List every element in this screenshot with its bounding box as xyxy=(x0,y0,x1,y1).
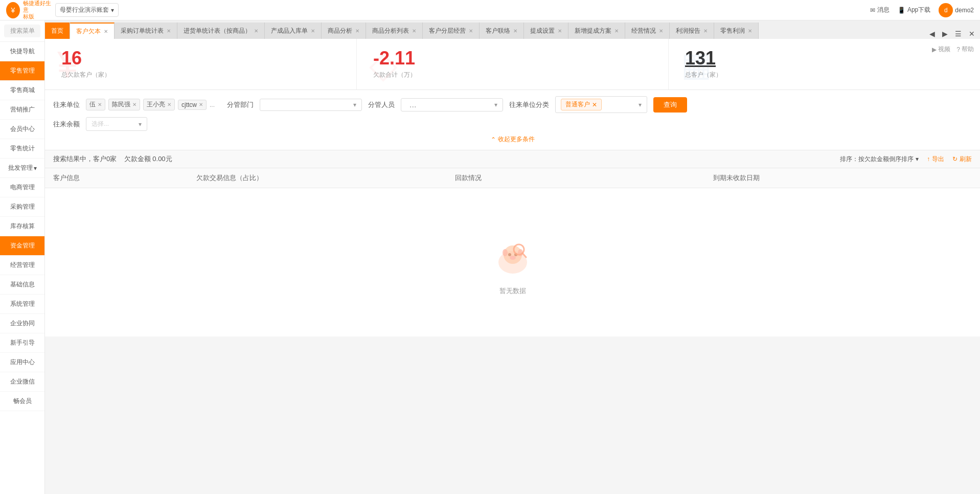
tab-customer-layer[interactable]: 客户分层经营 ✕ xyxy=(423,23,480,39)
filter-tag-3[interactable]: 王小亮 ✕ xyxy=(143,99,175,110)
sidebar-item-retail-stats[interactable]: 零售统计 xyxy=(0,139,44,159)
sidebar-item-inventory[interactable]: 库存核算 xyxy=(0,217,44,236)
tab-close-icon[interactable]: ✕ xyxy=(355,28,359,34)
collapse-button[interactable]: ⌃ 收起更多条件 xyxy=(53,135,972,144)
tab-product-instock[interactable]: 产成品入库单 ✕ xyxy=(265,23,322,39)
export-button[interactable]: ↑ 导出 xyxy=(927,155,944,164)
tab-close-icon[interactable]: ✕ xyxy=(104,29,108,34)
unit-class-select[interactable]: 普通客户 ✕ ▾ xyxy=(555,96,647,113)
sort-label: 排序：按欠款金额倒序排序 xyxy=(840,155,914,164)
svg-point-4 xyxy=(508,253,511,256)
sidebar-item-quick-nav[interactable]: 快捷导航 xyxy=(0,42,44,61)
workspace-selector[interactable]: 母婴行业演示账套 ▾ xyxy=(55,3,119,17)
tab-home[interactable]: 首页 xyxy=(45,23,70,39)
sidebar-item-purchase[interactable]: 采购管理 xyxy=(0,197,44,217)
remove-tag-2[interactable]: ✕ xyxy=(132,102,136,107)
search-menu-button[interactable]: 搜索菜单 xyxy=(4,25,40,37)
unit-tags: 伍 ✕ 陈民强 ✕ 王小亮 ✕ cjttcw ✕ xyxy=(86,99,215,110)
tab-customer-contact[interactable]: 客户联络 ✕ xyxy=(480,23,524,39)
tab-purchase-order[interactable]: 采购订单统计表 ✕ xyxy=(115,23,177,39)
tab-commission-set[interactable]: 提成设置 ✕ xyxy=(524,23,568,39)
tab-close-icon[interactable]: ✕ xyxy=(311,28,315,34)
question-icon: ? xyxy=(956,46,960,53)
sidebar-item-retail-mall[interactable]: 零售商城 xyxy=(0,81,44,100)
video-button[interactable]: ▶ 视频 xyxy=(932,45,950,54)
export-icon: ↑ xyxy=(927,155,930,163)
empty-label: 暂无数据 xyxy=(499,286,526,296)
sidebar-item-enterprise-collab[interactable]: 企业协同 xyxy=(0,314,44,333)
tab-add-commission[interactable]: 新增提成方案 ✕ xyxy=(568,23,625,39)
tab-close-icon[interactable]: ✕ xyxy=(558,28,562,34)
tab-close-icon[interactable]: ✕ xyxy=(513,28,517,34)
sidebar-item-app-center[interactable]: 应用中心 xyxy=(0,353,44,372)
main-layout: 搜索菜单 快捷导航 零售管理 零售商城 营销推广 会员中心 零售统计 批发管理 … xyxy=(0,20,980,494)
more-tags-button[interactable]: ... xyxy=(210,101,215,108)
message-button[interactable]: ✉ 消息 xyxy=(870,6,890,14)
play-icon: ▶ xyxy=(932,46,937,53)
filter-tag-2[interactable]: 陈民强 ✕ xyxy=(108,99,140,110)
tab-prev-button[interactable]: ◀ xyxy=(926,29,938,39)
message-icon: ✉ xyxy=(870,7,875,14)
tab-retail-profit[interactable]: 零售利润 ✕ xyxy=(714,23,759,39)
sidebar-item-member-plus[interactable]: 畅会员 xyxy=(0,392,44,411)
sidebar-item-marketing[interactable]: 营销推广 xyxy=(0,100,44,120)
sidebar-item-enterprise-wechat[interactable]: 企业微信 xyxy=(0,372,44,392)
tab-close-icon[interactable]: ✕ xyxy=(703,28,708,34)
sidebar-item-member[interactable]: 会员中心 xyxy=(0,120,44,139)
remove-tag-4[interactable]: ✕ xyxy=(199,102,203,107)
filter-area: 往来单位 伍 ✕ 陈民强 ✕ 王小亮 ✕ xyxy=(45,90,980,150)
chevron-down-icon: ▾ xyxy=(494,101,497,108)
chevron-down-icon: ▾ xyxy=(916,155,919,163)
app-download-button[interactable]: 📱 App下载 xyxy=(898,6,930,14)
tab-close-icon[interactable]: ✕ xyxy=(614,28,619,34)
tab-business[interactable]: 经营情况 ✕ xyxy=(625,23,670,39)
tab-profit[interactable]: 利润报告 ✕ xyxy=(670,23,714,39)
sidebar-item-system[interactable]: 系统管理 xyxy=(0,295,44,314)
tab-close-icon[interactable]: ✕ xyxy=(167,28,171,34)
tab-close-icon[interactable]: ✕ xyxy=(254,28,258,34)
arrow-icon: ▾ xyxy=(34,165,37,172)
balance-select[interactable]: 选择... ▾ xyxy=(86,117,147,131)
sidebar-item-retail[interactable]: 零售管理 xyxy=(0,61,44,81)
sidebar-item-basic-info[interactable]: 基础信息 xyxy=(0,275,44,295)
tab-next-button[interactable]: ▶ xyxy=(939,29,951,39)
tab-more-button[interactable]: ☰ xyxy=(952,29,965,39)
remove-tag-3[interactable]: ✕ xyxy=(167,102,171,107)
tab-purchase-stat[interactable]: 进货单统计表（按商品） ✕ xyxy=(177,23,265,39)
dept-select[interactable]: ▾ xyxy=(260,99,362,111)
person-select[interactable]: ... ▾ xyxy=(401,98,503,111)
avatar: d xyxy=(939,3,953,17)
help-button[interactable]: ? 帮助 xyxy=(956,45,974,54)
tab-close-icon[interactable]: ✕ xyxy=(748,28,752,34)
tab-goods-analysis[interactable]: 商品分析 ✕ xyxy=(322,23,366,39)
tab-close-all-button[interactable]: ✕ xyxy=(966,29,978,39)
tab-customer-debt[interactable]: 客户欠本 ✕ xyxy=(70,23,115,39)
tab-close-icon[interactable]: ✕ xyxy=(412,28,416,34)
sidebar-item-wholesale[interactable]: 批发管理 ▾ xyxy=(0,159,44,178)
filter-tag-4[interactable]: cjttcw ✕ xyxy=(178,100,207,110)
filter-row-1: 往来单位 伍 ✕ 陈民强 ✕ 王小亮 ✕ xyxy=(53,96,972,113)
sidebar-item-new-guide[interactable]: 新手引导 xyxy=(0,333,44,353)
col-header-repay: 回款情况 xyxy=(455,173,714,183)
tab-close-icon[interactable]: ✕ xyxy=(469,28,473,34)
col-header-date: 到期未收款日期 xyxy=(713,173,972,183)
results-actions: 排序：按欠款金额倒序排序 ▾ ↑ 导出 ↻ 刷新 xyxy=(840,155,972,164)
refresh-button[interactable]: ↻ 刷新 xyxy=(952,155,972,164)
sort-select[interactable]: 排序：按欠款金额倒序排序 ▾ xyxy=(840,155,919,164)
stat-debt-amount: ◇ -2.11 欠款合计（万） xyxy=(357,39,669,89)
tab-goods-list[interactable]: 商品分析列表 ✕ xyxy=(366,23,423,39)
remove-class-tag[interactable]: ✕ xyxy=(592,101,597,108)
stats-row: ¥ 16 总欠款客户（家） ◇ -2.11 欠款合计（万） ▦ 131 总客户（… xyxy=(45,39,980,90)
remove-tag-1[interactable]: ✕ xyxy=(98,102,102,107)
chevron-down-icon: ▾ xyxy=(139,121,142,128)
stat-total-debtors: ¥ 16 总欠款客户（家） xyxy=(45,39,357,89)
tab-close-icon[interactable]: ✕ xyxy=(659,28,663,34)
query-button[interactable]: 查询 xyxy=(653,97,687,113)
table-header: 客户信息 欠款交易信息（占比） 回款情况 到期未收款日期 xyxy=(45,168,980,188)
sidebar-item-finance[interactable]: 资金管理 xyxy=(0,236,44,256)
user-menu[interactable]: d demo2 xyxy=(939,3,974,17)
person-more-dots[interactable]: ... xyxy=(409,101,416,109)
sidebar-item-ecommerce[interactable]: 电商管理 xyxy=(0,178,44,197)
sidebar-item-operations[interactable]: 经营管理 xyxy=(0,256,44,275)
filter-tag-1[interactable]: 伍 ✕ xyxy=(86,99,105,110)
